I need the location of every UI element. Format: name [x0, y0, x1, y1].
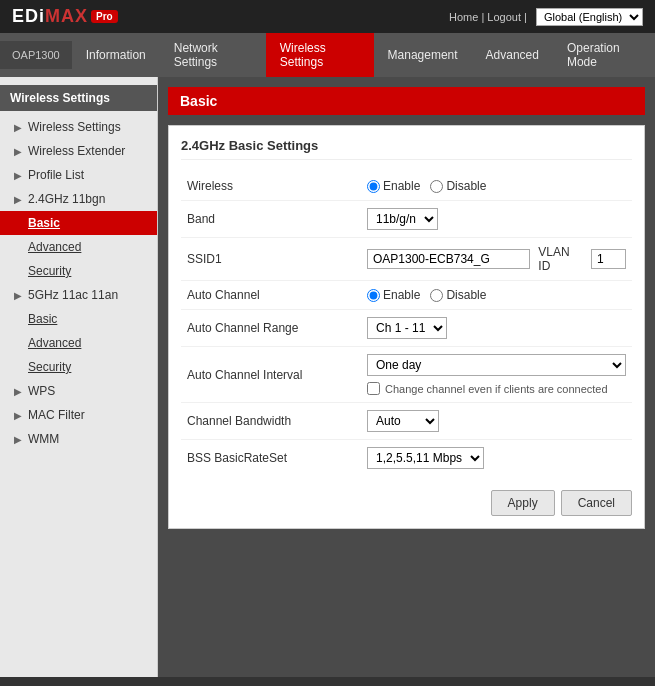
logo-text: EDiMAX — [12, 6, 88, 27]
cell-wireless: Enable Disable — [361, 172, 632, 201]
band-select[interactable]: 11b/g/n 11b/g 11n 11g — [367, 208, 438, 230]
auto-channel-radio-group: Enable Disable — [367, 288, 626, 302]
wireless-disable-radio[interactable] — [430, 180, 443, 193]
logo: EDiMAX Pro — [12, 6, 118, 27]
nav-advanced[interactable]: Advanced — [472, 40, 553, 70]
logout-link[interactable]: Logout — [487, 11, 521, 23]
nav-bar: OAP1300 Information Network Settings Wir… — [0, 33, 655, 77]
sidebar-item-5ghz-security[interactable]: Security — [0, 355, 157, 379]
sidebar-group-profile-list: ▶ Profile List — [0, 163, 157, 187]
device-label: OAP1300 — [0, 41, 72, 69]
row-auto-channel: Auto Channel Enable Disable — [181, 281, 632, 310]
separator2: | — [524, 11, 530, 23]
section-title: 2.4GHz Basic Settings — [181, 138, 632, 160]
wireless-disable-text: Disable — [446, 179, 486, 193]
sidebar-item-5ghz-basic[interactable]: Basic — [0, 307, 157, 331]
section-box: 2.4GHz Basic Settings Wireless Enable — [168, 125, 645, 529]
sidebar-item-24ghz[interactable]: ▶ 2.4GHz 11bgn — [0, 187, 157, 211]
apply-button[interactable]: Apply — [491, 490, 555, 516]
arrow-icon-extender: ▶ — [14, 146, 22, 157]
cell-auto-channel: Enable Disable — [361, 281, 632, 310]
auto-channel-enable-radio[interactable] — [367, 289, 380, 302]
sidebar-item-24ghz-basic[interactable]: Basic — [0, 211, 157, 235]
auto-channel-enable-label[interactable]: Enable — [367, 288, 420, 302]
channel-bandwidth-select[interactable]: Auto 20 MHz 40 MHz — [367, 410, 439, 432]
sidebar-label-mac-filter: MAC Filter — [28, 408, 85, 422]
arrow-icon: ▶ — [14, 122, 22, 133]
sidebar-label-profile-list: Profile List — [28, 168, 84, 182]
change-channel-label[interactable]: Change channel even if clients are conne… — [367, 382, 626, 395]
sidebar-item-24ghz-advanced[interactable]: Advanced — [0, 235, 157, 259]
sidebar-item-wireless-extender[interactable]: ▶ Wireless Extender — [0, 139, 157, 163]
row-channel-bandwidth: Channel Bandwidth Auto 20 MHz 40 MHz — [181, 403, 632, 440]
sidebar-item-5ghz-advanced[interactable]: Advanced — [0, 331, 157, 355]
sidebar-label-24ghz: 2.4GHz 11bgn — [28, 192, 105, 206]
row-bss-basic-rate: BSS BasicRateSet 1,2,5.5,11 Mbps 1,2 Mbp… — [181, 440, 632, 477]
sidebar-group-mac-filter: ▶ MAC Filter — [0, 403, 157, 427]
row-wireless: Wireless Enable Disable — [181, 172, 632, 201]
cell-ssid1: VLAN ID — [361, 238, 632, 281]
channel-interval-select[interactable]: One day 30 minutes 1 hour 6 hours 12 hou… — [367, 354, 626, 376]
row-auto-channel-interval: Auto Channel Interval One day 30 minutes… — [181, 347, 632, 403]
cancel-button[interactable]: Cancel — [561, 490, 632, 516]
bss-basic-rate-select[interactable]: 1,2,5.5,11 Mbps 1,2 Mbps All — [367, 447, 484, 469]
sidebar-group-wmm: ▶ WMM — [0, 427, 157, 451]
change-channel-checkbox[interactable] — [367, 382, 380, 395]
sidebar-group-wps: ▶ WPS — [0, 379, 157, 403]
sidebar-item-5ghz[interactable]: ▶ 5GHz 11ac 11an — [0, 283, 157, 307]
header-links: Home | Logout | Global (English) — [449, 8, 643, 26]
ssid1-vlan-group: VLAN ID — [367, 245, 626, 273]
vlan-id-input[interactable] — [591, 249, 626, 269]
arrow-icon-wps: ▶ — [14, 386, 22, 397]
row-ssid1: SSID1 VLAN ID — [181, 238, 632, 281]
sidebar-item-wps[interactable]: ▶ WPS — [0, 379, 157, 403]
logo-pro-badge: Pro — [91, 10, 118, 23]
label-auto-channel-interval: Auto Channel Interval — [181, 347, 361, 403]
nav-management[interactable]: Management — [374, 40, 472, 70]
home-link[interactable]: Home — [449, 11, 478, 23]
cell-auto-channel-range: Ch 1 - 11 Ch 1 - 13 Ch 1 - 14 — [361, 310, 632, 347]
row-band: Band 11b/g/n 11b/g 11n 11g — [181, 201, 632, 238]
sidebar-item-mac-filter[interactable]: ▶ MAC Filter — [0, 403, 157, 427]
sidebar-item-24ghz-security[interactable]: Security — [0, 259, 157, 283]
wireless-enable-radio[interactable] — [367, 180, 380, 193]
nav-operation-mode[interactable]: Operation Mode — [553, 33, 655, 77]
sidebar-group-wireless-settings: ▶ Wireless Settings — [0, 115, 157, 139]
auto-channel-range-select[interactable]: Ch 1 - 11 Ch 1 - 13 Ch 1 - 14 — [367, 317, 447, 339]
language-select[interactable]: Global (English) — [536, 8, 643, 26]
wireless-enable-label[interactable]: Enable — [367, 179, 420, 193]
button-row: Apply Cancel — [181, 490, 632, 516]
sidebar: Wireless Settings ▶ Wireless Settings ▶ … — [0, 77, 158, 677]
arrow-icon-5ghz: ▶ — [14, 290, 22, 301]
label-bss-basic-rate: BSS BasicRateSet — [181, 440, 361, 477]
nav-network-settings[interactable]: Network Settings — [160, 33, 266, 77]
label-wireless: Wireless — [181, 172, 361, 201]
wireless-disable-label[interactable]: Disable — [430, 179, 486, 193]
auto-channel-disable-label[interactable]: Disable — [430, 288, 486, 302]
sidebar-group-24ghz: ▶ 2.4GHz 11bgn Basic Advanced Security — [0, 187, 157, 283]
vlan-id-label: VLAN ID — [538, 245, 583, 273]
sidebar-item-wireless-settings[interactable]: ▶ Wireless Settings — [0, 115, 157, 139]
auto-channel-disable-radio[interactable] — [430, 289, 443, 302]
label-band: Band — [181, 201, 361, 238]
page-title: Basic — [168, 87, 645, 115]
sidebar-group-wireless-extender: ▶ Wireless Extender — [0, 139, 157, 163]
sidebar-label-wps: WPS — [28, 384, 55, 398]
sidebar-label-wireless-extender: Wireless Extender — [28, 144, 125, 158]
sidebar-item-profile-list[interactable]: ▶ Profile List — [0, 163, 157, 187]
arrow-icon-mac: ▶ — [14, 410, 22, 421]
cell-channel-bandwidth: Auto 20 MHz 40 MHz — [361, 403, 632, 440]
nav-wireless-settings[interactable]: Wireless Settings — [266, 33, 374, 77]
cell-auto-channel-interval: One day 30 minutes 1 hour 6 hours 12 hou… — [361, 347, 632, 403]
nav-information[interactable]: Information — [72, 40, 160, 70]
ssid1-input[interactable] — [367, 249, 530, 269]
wireless-enable-text: Enable — [383, 179, 420, 193]
label-channel-bandwidth: Channel Bandwidth — [181, 403, 361, 440]
sidebar-group-5ghz: ▶ 5GHz 11ac 11an Basic Advanced Security — [0, 283, 157, 379]
row-auto-channel-range: Auto Channel Range Ch 1 - 11 Ch 1 - 13 C… — [181, 310, 632, 347]
sidebar-label-wmm: WMM — [28, 432, 59, 446]
channel-interval-group: One day 30 minutes 1 hour 6 hours 12 hou… — [367, 354, 626, 395]
sidebar-item-wmm[interactable]: ▶ WMM — [0, 427, 157, 451]
label-auto-channel: Auto Channel — [181, 281, 361, 310]
auto-channel-enable-text: Enable — [383, 288, 420, 302]
